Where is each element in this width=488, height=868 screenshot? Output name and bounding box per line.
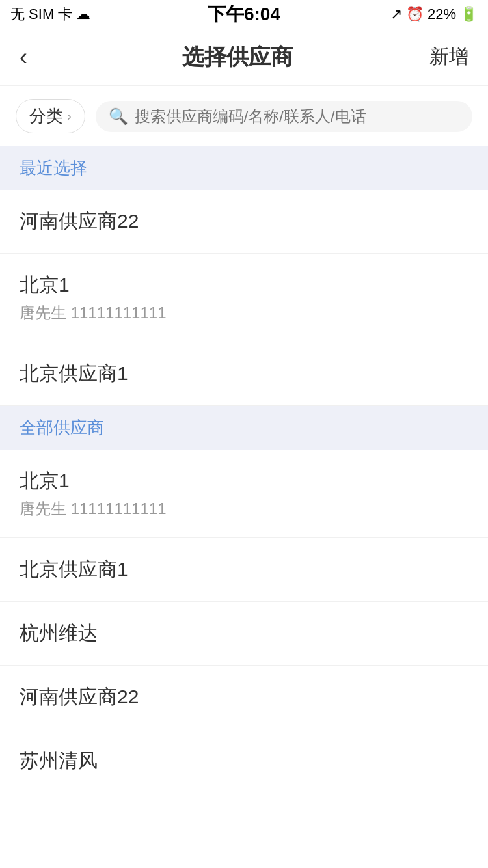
search-input-wrap: 🔍 <box>96 101 472 132</box>
list-item[interactable]: 苏州清风 <box>0 729 488 793</box>
item-sub: 唐先生 11111111111 <box>20 303 468 323</box>
chevron-right-icon: › <box>67 109 72 124</box>
category-button[interactable]: 分类 › <box>16 99 85 133</box>
list-item[interactable]: 北京供应商1 <box>0 342 488 406</box>
list-item[interactable]: 河南供应商22 <box>0 190 488 254</box>
add-button[interactable]: 新增 <box>416 44 468 70</box>
item-name: 北京供应商1 <box>20 556 468 583</box>
status-right: ↗ ⏰ 22% 🔋 <box>390 6 478 23</box>
item-name: 北京1 <box>20 468 468 495</box>
item-sub: 唐先生 11111111111 <box>20 498 468 519</box>
location-icon: ↗ <box>390 6 402 23</box>
page-title: 选择供应商 <box>182 42 293 72</box>
search-icon: 🔍 <box>109 107 128 126</box>
category-label: 分类 <box>29 105 63 128</box>
list-item[interactable]: 北京1唐先生 11111111111 <box>0 450 488 538</box>
list-item[interactable]: 北京供应商1 <box>0 538 488 602</box>
all-section-header: 全部供应商 <box>0 406 488 450</box>
battery-icon: 🔋 <box>460 6 478 23</box>
status-bar: 无 SIM 卡 ☁ 下午6:04 ↗ ⏰ 22% 🔋 <box>0 0 488 29</box>
recent-section-header: 最近选择 <box>0 146 488 190</box>
search-input[interactable] <box>135 107 459 126</box>
item-name: 河南供应商22 <box>20 208 468 235</box>
list-item[interactable]: 河南供应商22 <box>0 666 488 729</box>
recent-list: 河南供应商22北京1唐先生 11111111111北京供应商1 <box>0 190 488 406</box>
status-left: 无 SIM 卡 ☁ <box>10 5 90 24</box>
back-button[interactable]: ‹ <box>20 44 59 71</box>
alarm-icon: ⏰ <box>406 6 424 23</box>
item-name: 苏州清风 <box>20 748 468 774</box>
item-name: 杭州维达 <box>20 620 468 647</box>
sim-status: 无 SIM 卡 ☁ <box>10 5 90 24</box>
item-name: 北京供应商1 <box>20 360 468 387</box>
all-list: 北京1唐先生 11111111111北京供应商1杭州维达河南供应商22苏州清风 <box>0 450 488 793</box>
nav-bar: ‹ 选择供应商 新增 <box>0 29 488 86</box>
battery-text: 22% <box>427 6 456 23</box>
search-bar: 分类 › 🔍 <box>0 86 488 146</box>
item-name: 北京1 <box>20 272 468 299</box>
list-item[interactable]: 北京1唐先生 11111111111 <box>0 254 488 342</box>
item-name: 河南供应商22 <box>20 684 468 711</box>
status-time: 下午6:04 <box>208 2 280 27</box>
list-item[interactable]: 杭州维达 <box>0 602 488 666</box>
